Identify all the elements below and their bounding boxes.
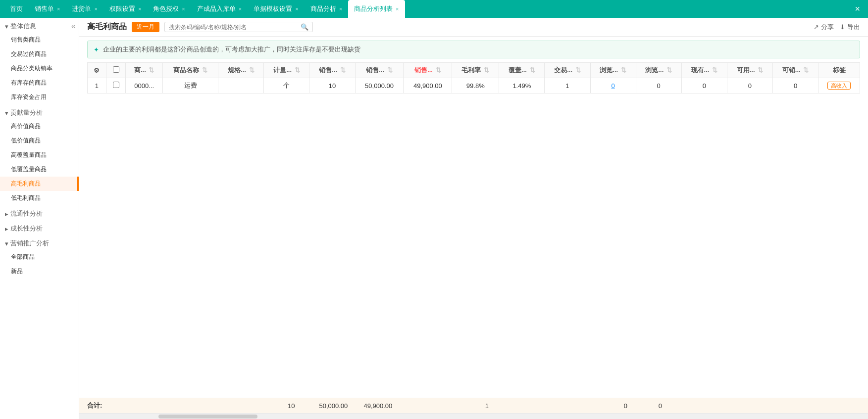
col-checkbox[interactable] (106, 63, 125, 78)
sidebar-group-overall[interactable]: ▾ 整体信息 (0, 18, 79, 33)
sidebar-item-new-goods[interactable]: 新品 (0, 264, 79, 279)
sort-icon-views1: ⇅ (621, 66, 626, 74)
sidebar-item-low-margin[interactable]: 低毛利商品 (0, 191, 79, 205)
close-permission-tab[interactable]: × (138, 6, 141, 12)
col-spec[interactable]: 规格... ⇅ (218, 63, 264, 78)
sort-icon-transactions: ⇅ (575, 66, 581, 74)
filter-recent-month-button[interactable]: 近一月 (132, 22, 159, 32)
sort-icon-code: ⇅ (149, 66, 154, 74)
search-icon[interactable]: 🔍 (301, 23, 308, 31)
footer-sellable: 0 (643, 402, 677, 410)
views1-link[interactable]: 0 (611, 82, 614, 90)
scrollbar-thumb[interactable] (158, 415, 257, 419)
arrow-right-icon-2: ▸ (5, 225, 8, 233)
sort-icon-unit: ⇅ (295, 66, 300, 74)
col-transactions[interactable]: 交易... ⇅ (545, 63, 590, 78)
col-sales-cost[interactable]: 销售... ⇅ (404, 63, 452, 78)
footer-sales-qty: 10 (271, 402, 311, 410)
footer-spacer (108, 402, 162, 410)
sidebar-item-low-value[interactable]: 低价值商品 (0, 134, 79, 148)
footer-sales-amount: 50,000.00 (311, 402, 356, 410)
search-input[interactable] (169, 24, 301, 31)
col-views2[interactable]: 浏览... ⇅ (636, 63, 681, 78)
footer-spacer3 (202, 402, 242, 410)
col-views1[interactable]: 浏览... ⇅ (590, 63, 636, 78)
row-transactions: 1 (545, 78, 590, 93)
col-sales-qty[interactable]: 销售... ⇅ (309, 63, 355, 78)
arrow-right-icon: ▸ (5, 210, 8, 218)
sidebar-item-traded-goods[interactable]: 交易过的商品 (0, 47, 79, 61)
sidebar-item-high-coverage[interactable]: 高覆盖量商品 (0, 148, 79, 162)
col-sellable[interactable]: 可销... ⇅ (773, 63, 818, 78)
nav-item-role[interactable]: 角色授权 × (147, 0, 191, 18)
col-name[interactable]: 商品名称 ⇅ (163, 63, 218, 78)
col-current-stock[interactable]: 现有... ⇅ (681, 63, 727, 78)
sidebar-group-marketing[interactable]: ▾ 营销推广分析 (0, 235, 79, 250)
share-icon: ↗ (814, 23, 819, 31)
nav-item-purchase[interactable]: 进货单 × (66, 0, 103, 18)
nav-item-product-warehouse[interactable]: 产成品入库单 × (191, 0, 248, 18)
window-close-button[interactable]: × (851, 4, 864, 14)
table-header-row: ⚙ 商... ⇅ 商品名称 ⇅ 规格... (88, 63, 860, 78)
sort-icon-sellable: ⇅ (803, 66, 809, 74)
sidebar-item-sales-goods[interactable]: 销售类商品 (0, 33, 79, 47)
content-area: 高毛利商品 近一月 🔍 ↗ 分享 ⬇ 导出 (79, 18, 868, 419)
sidebar-group-growth[interactable]: ▸ 成长性分析 (0, 220, 79, 235)
arrow-down-icon-2: ▾ (5, 109, 8, 117)
row-coverage: 1.49% (499, 78, 545, 93)
col-coverage[interactable]: 覆盖... ⇅ (499, 63, 545, 78)
nav-item-template[interactable]: 单据模板设置 × (248, 0, 304, 18)
row-select-checkbox[interactable] (113, 82, 119, 88)
sort-icon-spec: ⇅ (249, 66, 255, 74)
col-sales-amount[interactable]: 销售... ⇅ (355, 63, 404, 78)
sidebar-item-stock-capital[interactable]: 库存资金占用 (0, 90, 79, 104)
sort-icon-name: ⇅ (202, 66, 207, 74)
sidebar-group-contribution[interactable]: ▾ 贡献量分析 (0, 104, 79, 119)
info-text: 企业的主要的利润都是这部分商品创造的，可考虑加大推广，同时关注库存是不要出现缺货 (103, 45, 360, 54)
sidebar-item-high-margin[interactable]: 高毛利商品 (0, 177, 79, 191)
col-available[interactable]: 可用... ⇅ (727, 63, 772, 78)
col-gross-rate[interactable]: 毛利率 ⇅ (452, 63, 499, 78)
row-views2: 0 (636, 78, 681, 93)
sidebar-item-in-stock-goods[interactable]: 有库存的商品 (0, 76, 79, 90)
row-sales-amount: 50,000.00 (355, 78, 404, 93)
nav-item-sales[interactable]: 销售单 × (29, 0, 66, 18)
footer-current-stock (573, 402, 608, 410)
sidebar-item-high-value[interactable]: 高价值商品 (0, 119, 79, 134)
select-all-checkbox[interactable] (113, 66, 119, 73)
sort-icon-available: ⇅ (758, 66, 763, 74)
info-bar: ✦ 企业的主要的利润都是这部分商品创造的，可考虑加大推广，同时关注库存是不要出现… (87, 41, 860, 58)
nav-item-home[interactable]: 首页 (4, 0, 29, 18)
sidebar-group-liquidity[interactable]: ▸ 流通性分析 (0, 205, 79, 220)
col-code[interactable]: 商... ⇅ (126, 63, 163, 78)
sidebar-item-all-goods[interactable]: 全部商品 (0, 250, 79, 264)
total-label: 合计: (87, 401, 102, 410)
col-settings[interactable]: ⚙ (88, 63, 106, 78)
footer-spacer2 (162, 402, 202, 410)
sidebar-item-category-rate[interactable]: 商品分类助销率 (0, 61, 79, 76)
close-role-tab[interactable]: × (182, 6, 185, 12)
data-table: ⚙ 商... ⇅ 商品名称 ⇅ 规格... (87, 62, 860, 93)
sort-icon-coverage: ⇅ (530, 66, 535, 74)
nav-item-permission[interactable]: 权限设置 × (103, 0, 147, 18)
row-checkbox[interactable] (106, 78, 125, 93)
nav-item-product-analysis[interactable]: 商品分析 × (305, 0, 348, 18)
share-button[interactable]: ↗ 分享 (814, 23, 834, 32)
row-views1[interactable]: 0 (590, 78, 636, 93)
close-product-warehouse-tab[interactable]: × (239, 6, 242, 12)
nav-item-product-analysis-list[interactable]: 商品分析列表 × (348, 0, 405, 18)
sidebar-collapse-button[interactable]: « (71, 22, 76, 31)
col-unit[interactable]: 计量... ⇅ (264, 63, 309, 78)
sort-icon-sales-amount: ⇅ (387, 66, 393, 74)
sidebar-item-low-coverage[interactable]: 低覆盖量商品 (0, 162, 79, 177)
col-tag[interactable]: 标签 (818, 63, 860, 78)
close-product-analysis-list-tab[interactable]: × (396, 6, 399, 12)
row-tag: 高收入 (818, 78, 860, 93)
close-product-analysis-tab[interactable]: × (339, 6, 342, 12)
sort-icon-current-stock: ⇅ (712, 66, 717, 74)
close-template-tab[interactable]: × (295, 6, 298, 12)
close-purchase-tab[interactable]: × (94, 6, 97, 12)
horizontal-scrollbar[interactable] (79, 413, 868, 419)
close-sales-tab[interactable]: × (57, 6, 60, 12)
export-button[interactable]: ⬇ 导出 (840, 23, 860, 32)
